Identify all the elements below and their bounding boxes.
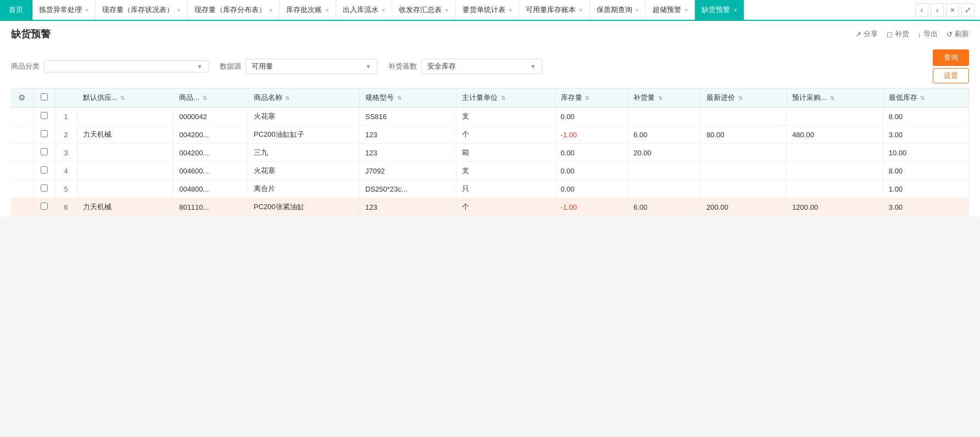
col-settings[interactable]: ⚙	[11, 88, 33, 108]
tab-inout-flow[interactable]: 出入库流水×	[336, 0, 392, 20]
tab-close-abnormal[interactable]: ×	[85, 7, 88, 13]
tab-receipt-summary[interactable]: 收发存汇总表×	[392, 0, 455, 20]
filter-actions: 查询 设置	[933, 49, 969, 83]
datasource-select-value: 可用量	[252, 61, 273, 71]
cell-settings-6	[11, 198, 33, 216]
row-checkbox-3[interactable]	[41, 148, 48, 155]
tab-next-button[interactable]: ›	[931, 3, 944, 16]
replenish-basis-select[interactable]: 安全库存 ▼	[421, 59, 542, 74]
col-supplier[interactable]: 默认供应... ⇅	[77, 88, 174, 108]
tab-inventory-status[interactable]: 现存量（库存状况表）×	[96, 0, 187, 20]
col-spec[interactable]: 规格型号 ⇅	[360, 88, 456, 108]
tab-prev-button[interactable]: ‹	[915, 3, 928, 16]
tab-close-expiry-query[interactable]: ×	[636, 7, 639, 13]
cell-supplier-5	[77, 180, 174, 198]
cell-product-code-4: 004600...	[174, 162, 248, 180]
tab-close-receipt-summary[interactable]: ×	[445, 7, 448, 13]
col-product-code[interactable]: 商品... ⇅	[174, 88, 248, 108]
tab-close-shortage[interactable]: ×	[733, 7, 737, 13]
refresh-action[interactable]: ↺ 刷新	[946, 29, 969, 39]
tab-expiry-query[interactable]: 保质期查询×	[590, 0, 646, 20]
cell-latest-price-3	[700, 144, 786, 162]
replenish-action[interactable]: ◻ 补货	[887, 29, 909, 39]
query-button[interactable]: 查询	[933, 49, 969, 66]
cell-spec-5: DS250*23c...	[360, 180, 456, 198]
table-row: 4 004600... 火花塞 J7092 支 0.00 8.00	[11, 162, 969, 180]
data-table: ⚙ 默认供应... ⇅ 商品... ⇅ 商品名称 ⇅	[11, 88, 969, 216]
cell-estimated-purchase-1	[787, 108, 883, 126]
tab-close-overstock[interactable]: ×	[684, 7, 688, 13]
tab-abnormal[interactable]: 拣货异常处理×	[32, 0, 96, 20]
replenish-icon: ◻	[887, 30, 893, 38]
col-stock[interactable]: 库存量 ⇅	[555, 88, 628, 108]
datasource-filter-group: 数据源 可用量 ▼	[220, 59, 377, 74]
category-label: 商品分类	[11, 61, 40, 71]
category-filter-group: 商品分类 ▼	[11, 60, 209, 72]
row-checkbox-6[interactable]	[41, 203, 48, 210]
cell-checkbox-6	[33, 198, 55, 216]
datasource-select[interactable]: 可用量 ▼	[246, 59, 377, 74]
tab-close-inventory-dist[interactable]: ×	[269, 7, 272, 13]
tab-overstock[interactable]: 超储预警×	[646, 0, 695, 20]
select-all-checkbox[interactable]	[41, 93, 48, 100]
cell-unit-2: 个	[456, 126, 555, 144]
cell-unit-4: 支	[456, 162, 555, 180]
category-dropdown-icon: ▼	[197, 63, 203, 70]
row-checkbox-1[interactable]	[41, 112, 48, 119]
settings-gear-icon[interactable]: ⚙	[18, 93, 25, 102]
cell-latest-price-1	[700, 108, 786, 126]
cell-product-code-6: 801110...	[174, 198, 248, 216]
tab-demand-stats[interactable]: 要货单统计表×	[456, 0, 519, 20]
col-latest-price[interactable]: 最新进价 ⇅	[700, 88, 786, 108]
cell-min-stock-1: 8.00	[883, 108, 968, 126]
export-label: 导出	[923, 29, 938, 39]
tab-label-batch: 库存批次账	[286, 5, 322, 15]
tab-available-ledger[interactable]: 可用量库存账本×	[519, 0, 589, 20]
col-product-name[interactable]: 商品名称 ⇅	[248, 88, 359, 108]
replenish-qty-sort-icon: ⇅	[658, 95, 662, 101]
share-action[interactable]: ↗ 分享	[855, 29, 878, 39]
filter-bar: 商品分类 ▼ 数据源 可用量 ▼ 补货基数 安全库存 ▼ 查询 设置	[0, 45, 980, 88]
export-action[interactable]: ↓ 导出	[918, 29, 938, 39]
tab-home[interactable]: 首页	[0, 0, 32, 20]
latest-price-sort-icon: ⇅	[738, 95, 743, 101]
row-checkbox-5[interactable]	[41, 184, 48, 192]
tab-inventory-dist[interactable]: 现存量（库存分布表）×	[188, 0, 280, 20]
tab-shortage[interactable]: 缺货预警×	[695, 0, 744, 20]
cell-rownum-6: 6	[55, 198, 77, 216]
cell-product-name-2: PC200油缸缸子	[248, 126, 359, 144]
col-replenish-qty[interactable]: 补货量 ⇅	[628, 88, 701, 108]
tab-close-demand-stats[interactable]: ×	[509, 7, 512, 13]
row-checkbox-4[interactable]	[41, 166, 48, 173]
cell-product-name-1: 火花塞	[248, 108, 359, 126]
cell-product-code-3: 004200...	[174, 144, 248, 162]
tab-close-button[interactable]: ×	[946, 3, 959, 16]
tab-close-inventory-status[interactable]: ×	[177, 7, 180, 13]
col-unit[interactable]: 主计量单位 ⇅	[456, 88, 555, 108]
cell-settings-5	[11, 180, 33, 198]
tab-close-available-ledger[interactable]: ×	[579, 7, 582, 13]
cell-supplier-4	[77, 162, 174, 180]
cell-replenish-qty-1	[628, 108, 701, 126]
replenish-basis-filter-group: 补货基数 安全库存 ▼	[388, 59, 542, 74]
category-select[interactable]: ▼	[44, 60, 209, 72]
cell-product-name-3: 三九	[248, 144, 359, 162]
cell-spec-4: J7092	[360, 162, 456, 180]
export-icon: ↓	[918, 30, 922, 38]
tab-label-inventory-dist: 现存量（库存分布表）	[194, 5, 266, 15]
tab-close-inout-flow[interactable]: ×	[382, 7, 385, 13]
tab-label-abnormal: 拣货异常处理	[39, 5, 82, 15]
col-min-stock[interactable]: 最低库存 ⇅	[883, 88, 968, 108]
settings-button[interactable]: 设置	[933, 68, 969, 83]
cell-min-stock-3: 10.00	[883, 144, 968, 162]
tab-label-expiry-query: 保质期查询	[597, 5, 632, 15]
tab-fullscreen-button[interactable]: ⤢	[961, 3, 975, 16]
tab-batch[interactable]: 库存批次账×	[280, 0, 336, 20]
cell-stock-1: 0.00	[555, 108, 628, 126]
tab-close-batch[interactable]: ×	[325, 7, 328, 13]
row-checkbox-2[interactable]	[41, 130, 48, 137]
col-estimated-purchase[interactable]: 预计采购... ⇅	[787, 88, 883, 108]
cell-estimated-purchase-6: 1200.00	[787, 198, 883, 216]
cell-unit-3: 箱	[456, 144, 555, 162]
datasource-label: 数据源	[220, 61, 241, 71]
